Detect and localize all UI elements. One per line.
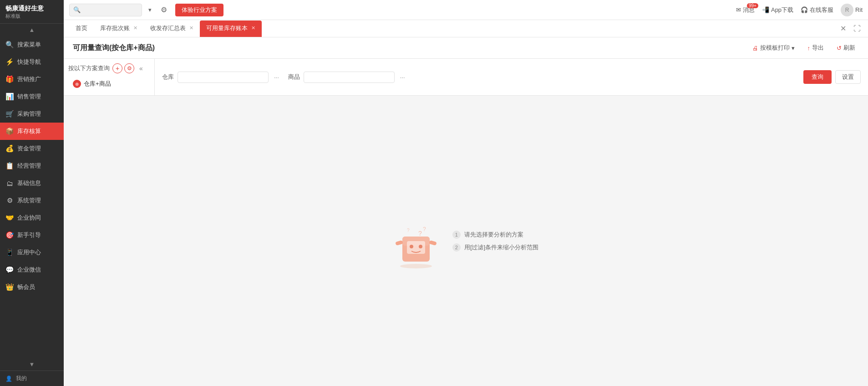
warehouse-more-btn[interactable]: ··· — [272, 72, 281, 82]
print-label: 按模板打印 — [760, 44, 790, 52]
goods-filter-input[interactable] — [304, 72, 395, 83]
sidebar-item-label: 销售管理 — [17, 93, 41, 101]
warehouse-filter-label: 仓库 — [162, 73, 174, 81]
topbar-gear-btn[interactable]: ⚙ — [158, 4, 170, 16]
sidebar-item-label: 经营管理 — [17, 162, 41, 170]
topbar: 🔍 ▾ ⚙ 体验行业方案 ✉ 消息 99+ 📲 App下载 🎧 在线客服 — [64, 0, 868, 20]
sidebar-item-enterprise[interactable]: 🤝 企业协同 — [0, 209, 64, 226]
tab-available-qty[interactable]: 可用量库存账本 ✕ — [200, 21, 262, 37]
warehouse-filter-input[interactable] — [178, 72, 269, 83]
tab-receipt-label: 收发存汇总表 — [150, 24, 186, 32]
empty-state: ? ? ? 1 请先选择要分析的方案 2 用[过滤]条件来缩小分析范围 — [64, 96, 868, 386]
sidebar-item-sales[interactable]: 📊 销售管理 — [0, 88, 64, 105]
tab-maximize-btn[interactable]: ⛶ — [852, 23, 863, 35]
tab-receipt-close[interactable]: ✕ — [189, 25, 193, 31]
sidebar-item-label: 基础信息 — [17, 179, 41, 187]
sidebar-scroll-down[interactable]: ▼ — [0, 358, 64, 371]
goods-filter-field: 商品 ··· — [288, 72, 407, 83]
folder-icon: 🗂 — [5, 180, 14, 187]
sidebar-item-shortcut[interactable]: ⚡ 快捷导航 — [0, 53, 64, 71]
tab-home[interactable]: 首页 — [69, 21, 94, 37]
sidebar-item-finance[interactable]: 💰 资金管理 — [0, 140, 64, 157]
topbar-search-input[interactable] — [82, 7, 138, 13]
empty-illustration: ? ? ? — [393, 218, 439, 264]
sidebar-item-operations[interactable]: 📋 经营管理 — [0, 157, 64, 175]
sidebar-footer[interactable]: 👤 我的 — [0, 371, 64, 386]
sidebar-item-search[interactable]: 🔍 搜索菜单 — [0, 36, 64, 53]
scheme-actions: + ⚙ « — [112, 63, 146, 73]
target-icon: 🎯 — [5, 231, 14, 239]
clipboard-icon: 📋 — [5, 162, 14, 170]
export-icon: ↑ — [807, 45, 811, 51]
scheme-item-warehouse-goods[interactable]: ⊕ 仓库+商品 — [68, 77, 150, 91]
sidebar-logo-title: 畅康通好生意 — [5, 5, 58, 13]
tab-available-qty-close[interactable]: ✕ — [251, 25, 255, 31]
sidebar-item-marketing[interactable]: 🎁 营销推广 — [0, 71, 64, 88]
topbar-message-btn[interactable]: ✉ 消息 99+ — [736, 6, 755, 14]
topbar-search-box[interactable]: 🔍 — [69, 4, 142, 16]
filter-settings-btn[interactable]: 设置 — [835, 70, 861, 84]
money-icon: 💰 — [5, 144, 14, 153]
goods-more-btn[interactable]: ··· — [398, 72, 407, 82]
warehouse-filter-field: 仓库 ··· — [162, 72, 281, 83]
refresh-icon: ↺ — [837, 45, 842, 51]
tab-batch-close[interactable]: ✕ — [133, 25, 137, 31]
goods-filter-label: 商品 — [288, 73, 300, 81]
topbar-right: ✉ 消息 99+ 📲 App下载 🎧 在线客服 R Rit — [736, 4, 863, 16]
tab-receipt-summary[interactable]: 收发存汇总表 ✕ — [144, 21, 200, 37]
chart-icon: 📊 — [5, 93, 14, 101]
chevron-down-icon: ▾ — [148, 6, 152, 13]
collapse-scheme-btn[interactable]: « — [136, 63, 146, 73]
tip-item-2: 2 用[过滤]条件来缩小分析范围 — [452, 243, 538, 252]
empty-svg: ? ? ? — [393, 218, 439, 268]
tab-batch-label: 库存批次账 — [100, 24, 130, 32]
empty-tips: 1 请先选择要分析的方案 2 用[过滤]条件来缩小分析范围 — [452, 231, 538, 252]
sidebar-item-basic-info[interactable]: 🗂 基础信息 — [0, 175, 64, 192]
gift-icon: 🎁 — [5, 75, 14, 83]
sidebar-footer-label: 我的 — [16, 375, 27, 382]
service-icon: 🎧 — [801, 6, 808, 13]
sidebar-logo-sub: 标准版 — [5, 13, 58, 20]
print-template-btn[interactable]: 🖨 按模板打印 ▾ — [749, 42, 798, 54]
crown-icon: 👑 — [5, 283, 14, 291]
topbar-search-icon: 🔍 — [73, 6, 81, 13]
refresh-label: 刷新 — [843, 44, 855, 52]
sidebar: 畅康通好生意 标准版 ▲ 🔍 搜索菜单 ⚡ 快捷导航 🎁 营销推广 📊 销售管理… — [0, 0, 64, 386]
sidebar-item-label: 新手引导 — [17, 231, 41, 239]
svg-point-5 — [419, 245, 422, 248]
query-btn[interactable]: 查询 — [803, 70, 832, 84]
topbar-service-btn[interactable]: 🎧 在线客服 — [801, 6, 833, 14]
export-btn[interactable]: ↑ 导出 — [804, 42, 828, 54]
sidebar-scroll-up[interactable]: ▲ — [0, 24, 64, 36]
sidebar-item-label: 搜索菜单 — [17, 41, 41, 49]
content-area: 可用量查询(按仓库+商品) 🖨 按模板打印 ▾ ↑ 导出 ↺ 刷新 — [64, 37, 868, 386]
page-title: 可用量查询(按仓库+商品) — [73, 43, 155, 53]
tab-batch-account[interactable]: 库存批次账 ✕ — [94, 21, 144, 37]
topbar-app-download-btn[interactable]: 📲 App下载 — [762, 6, 793, 14]
sidebar-item-onboarding[interactable]: 🎯 新手引导 — [0, 226, 64, 244]
topbar-user[interactable]: R Rit — [841, 4, 863, 16]
message-badge: 99+ — [747, 3, 758, 8]
topbar-dropdown[interactable]: ▾ — [146, 5, 154, 15]
sidebar-item-member[interactable]: 👑 畅会员 — [0, 278, 64, 296]
lightning-icon: ⚡ — [5, 58, 14, 66]
avatar-initial: R — [845, 7, 849, 13]
avatar: R — [841, 4, 853, 16]
trial-industry-btn[interactable]: 体验行业方案 — [175, 4, 223, 16]
tab-close-all-btn[interactable]: ✕ — [838, 22, 848, 35]
page-actions: 🖨 按模板打印 ▾ ↑ 导出 ↺ 刷新 — [749, 42, 859, 54]
export-label: 导出 — [812, 44, 824, 52]
print-chevron-icon: ▾ — [792, 45, 795, 51]
gear-icon: ⚙ — [5, 196, 14, 205]
sidebar-item-wechat[interactable]: 💬 企业微信 — [0, 261, 64, 278]
sidebar-item-purchase[interactable]: 🛒 采购管理 — [0, 105, 64, 123]
sidebar-item-inventory[interactable]: 📦 库存核算 — [0, 123, 64, 140]
add-scheme-btn[interactable]: + — [112, 63, 122, 73]
sidebar-item-system[interactable]: ⚙ 系统管理 — [0, 192, 64, 209]
tip-text-1: 请先选择要分析的方案 — [464, 231, 523, 239]
refresh-btn[interactable]: ↺ 刷新 — [833, 42, 859, 54]
filter-row: 仓库 ··· 商品 ··· 查询 设置 — [155, 59, 868, 95]
settings-scheme-btn[interactable]: ⚙ — [124, 63, 134, 73]
sidebar-item-app-center[interactable]: 📱 应用中心 — [0, 244, 64, 261]
sidebar-item-label: 企业微信 — [17, 266, 41, 274]
